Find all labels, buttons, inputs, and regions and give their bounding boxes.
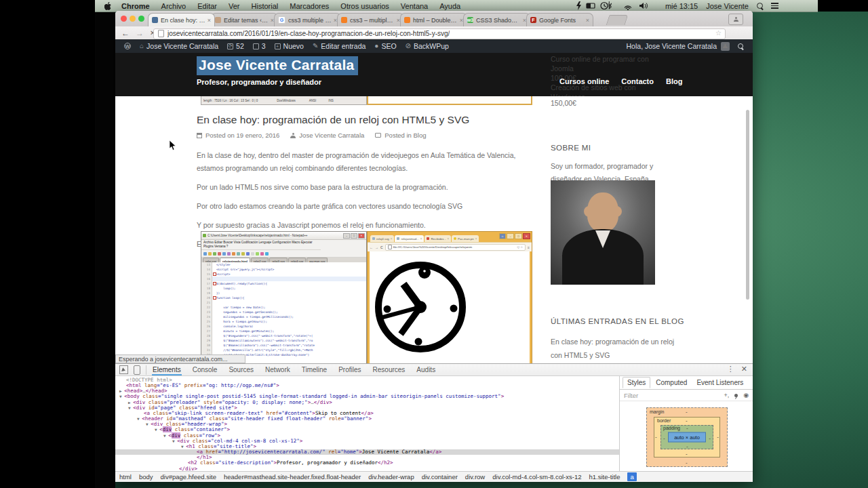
new-tab-button[interactable] [606, 15, 629, 25]
notepad-tool-icon[interactable] [208, 252, 212, 256]
page-scrollbar[interactable] [746, 110, 749, 300]
breadcrumb-item[interactable]: div.col-md-4.col-sm-8.col-xs-12 [492, 473, 581, 481]
mac-close-button[interactable] [121, 16, 127, 22]
menubar-item[interactable]: Marcadores [290, 2, 329, 10]
site-nav-item[interactable]: Contacto [621, 77, 654, 85]
fold-box[interactable] [213, 272, 216, 276]
site-nav-item[interactable]: Blog [666, 77, 682, 85]
menubar-clock[interactable]: mié 13:15 [665, 2, 698, 10]
browser-tab[interactable]: w3CSS3 Shadow Effects× [463, 13, 530, 26]
notepad-menubar[interactable]: Archivo Editar Buscar Vista Codificación… [201, 240, 321, 250]
devtools-tab[interactable]: Profiles [338, 365, 361, 375]
notepad-tool-icon[interactable] [260, 252, 264, 256]
browser-tab[interactable]: Editar temas ‹ Jose Vicente× [211, 13, 278, 26]
menubar-item[interactable]: Ventana [401, 2, 428, 10]
notepad-minimize-icon[interactable]: – [343, 233, 350, 239]
styles-tab[interactable]: Styles [623, 377, 650, 388]
styles-tab[interactable]: Computed [652, 378, 691, 388]
notepad-tool-icon[interactable] [222, 252, 226, 256]
target-icon[interactable]: ◉ [743, 392, 749, 399]
site-nav-item[interactable]: Cursos online [559, 77, 609, 85]
menubar-user[interactable]: Jose Vicente [706, 2, 749, 10]
wp-backwpup-menu[interactable]: ⊘BackWPup [406, 42, 449, 50]
styles-tab[interactable]: Event Listeners [692, 378, 747, 388]
notepad-tool-icon[interactable] [218, 252, 221, 256]
breadcrumb-item[interactable]: div.header-wrap [368, 473, 414, 481]
dom-tree-line[interactable]: <html lang="es-ES" prefix="og: http://og… [115, 383, 619, 388]
breadcrumb-item[interactable]: a [627, 472, 636, 481]
notepad-tool-icon[interactable] [213, 252, 216, 256]
new-style-rule-icon[interactable]: +, [724, 392, 729, 399]
notification-center-icon[interactable] [771, 3, 778, 9]
devtools-tab[interactable]: Elements [152, 365, 182, 375]
menubar-item[interactable]: Editar [197, 2, 217, 10]
browser-tab[interactable]: En clase hoy: programació× [148, 13, 215, 26]
wp-updates-menu[interactable]: ⟳52 [227, 42, 244, 50]
menubar-item[interactable]: Ayuda [439, 2, 460, 10]
back-button[interactable]: ← [121, 29, 130, 37]
box-model-diagram[interactable]: margin - border - padding - - - - auto ×… [646, 407, 728, 467]
dom-tree-line[interactable]: </div> [115, 466, 619, 472]
device-mode-icon[interactable] [134, 365, 140, 375]
post-title[interactable]: En clase hoy: programación de un reloj c… [197, 114, 469, 126]
url-text[interactable]: josevicentecarratala.com/2016/01/19/en-c… [167, 30, 450, 37]
browser-tab[interactable]: html – Double text shadow× [400, 13, 467, 26]
notepad-maximize-icon[interactable]: □ [351, 233, 357, 239]
wp-logo-menu[interactable]: W [124, 43, 131, 49]
site-title[interactable]: Jose Vicente Carratala [197, 56, 358, 75]
notepad-tool-icon[interactable] [256, 252, 259, 256]
omnibox[interactable]: josevicentecarratala.com/2016/01/19/en-c… [153, 28, 726, 39]
menubar-item[interactable]: Chrome [121, 2, 150, 10]
dom-tree-line[interactable]: <a href="http://josevicentecarratala.com… [115, 449, 619, 455]
profile-button[interactable] [728, 14, 743, 25]
browser-tab[interactable]: FGoogle Fonts× [526, 13, 593, 26]
notepad-close-icon[interactable]: ✕ [358, 233, 365, 239]
bookmark-star-icon[interactable]: ☆ [715, 29, 722, 37]
devtools-tab[interactable]: Network [264, 365, 291, 375]
notepad-tool-icon[interactable] [227, 252, 231, 256]
devtools-menu-icon[interactable]: ⋮ [727, 365, 734, 373]
notepad-tool-icon[interactable] [232, 252, 235, 256]
sidebar-latest-post-link[interactable]: En clase hoy: programación de un relojco… [551, 335, 674, 362]
menubar-item[interactable]: Historial [252, 2, 279, 10]
browser-tab[interactable]: css3 – multiple 3D text sh× [337, 13, 404, 26]
pin-icon[interactable] [734, 394, 738, 397]
devtools-tab[interactable]: Sources [228, 365, 254, 375]
devtools-tab[interactable]: Timeline [301, 365, 328, 375]
apple-menu-icon[interactable] [104, 2, 112, 10]
devtools-close-icon[interactable]: ✕ [741, 365, 747, 373]
inspect-element-icon[interactable] [119, 365, 128, 374]
notepad-tool-icon[interactable] [265, 252, 269, 256]
notepad-code-area[interactable]: 13</style>14<script src="jquery.js"></sc… [201, 262, 366, 363]
styles-tab[interactable]: » [749, 378, 753, 388]
wp-site-menu[interactable]: ⌂Jose Vicente Carratala [140, 42, 218, 50]
breadcrumb-item[interactable]: div.container [422, 473, 458, 481]
spotlight-search-icon[interactable] [757, 3, 763, 9]
menubar-item[interactable]: Otros usuarios [340, 2, 389, 10]
notepad-tool-icon[interactable] [251, 252, 254, 256]
devtools-tab[interactable]: Resources [372, 365, 406, 375]
browser-tab[interactable]: Gcss3 multiple text shadow× [274, 13, 341, 26]
breadcrumb-item[interactable]: header#masthead.site-header.fixed.float-… [224, 473, 361, 481]
notepad-tool-icon[interactable] [241, 252, 245, 256]
devtools-tab[interactable]: Console [192, 365, 218, 375]
elements-tree-pane[interactable]: <!DOCTYPE html><html lang="es-ES" prefix… [115, 376, 619, 471]
breadcrumb-item[interactable]: div#page.hfeed.site [161, 473, 216, 481]
breadcrumb-item[interactable]: body [139, 473, 153, 481]
wp-seo-menu[interactable]: ●SEO [374, 42, 396, 50]
menubar-item[interactable]: Archivo [161, 2, 186, 10]
wp-search-icon[interactable] [738, 43, 743, 49]
notepad-tool-icon[interactable] [203, 252, 207, 256]
tab-close-icon[interactable]: × [586, 17, 589, 24]
fold-box[interactable] [213, 282, 216, 285]
breadcrumb-item[interactable]: h1.site-title [589, 473, 620, 481]
tab-close-icon[interactable]: × [208, 17, 211, 24]
mac-minimize-button[interactable] [130, 16, 136, 22]
devtools-tab[interactable]: Audits [416, 365, 436, 375]
notepad-tool-icon[interactable] [246, 252, 250, 256]
avatar[interactable] [721, 42, 730, 51]
wp-new-menu[interactable]: +Nuevo [275, 42, 304, 50]
wp-greeting[interactable]: Hola, Jose Vicente Carratala [627, 42, 717, 50]
fold-box[interactable] [213, 296, 216, 300]
breadcrumb-item[interactable]: div.row [465, 473, 485, 481]
